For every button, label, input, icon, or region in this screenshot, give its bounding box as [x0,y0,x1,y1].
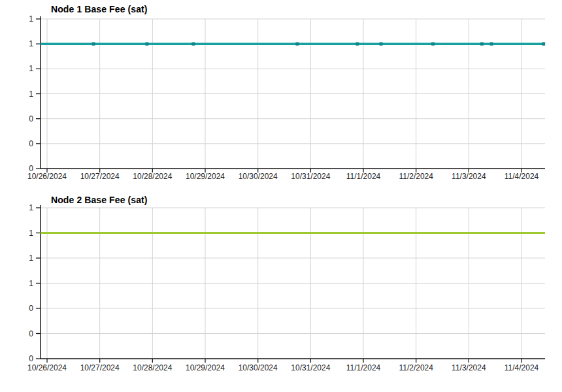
y-tick-label: 0 [29,139,33,148]
x-tick-label: 11/2/2024 [399,363,433,372]
x-tick-label: 10/31/2024 [291,363,330,372]
base-fee-charts-page: Node 1 Base Fee (sat) 111100010/26/20241… [0,0,562,392]
y-tick-label: 1 [29,279,33,288]
data-point-marker [92,42,95,46]
y-tick-label: 1 [29,39,33,48]
y-tick-label: 1 [29,90,33,99]
x-tick-label: 10/27/2024 [80,172,120,181]
x-tick-label: 10/29/2024 [186,172,225,181]
x-tick-label: 11/1/2024 [346,363,381,372]
x-tick-label: 11/4/2024 [504,363,539,372]
data-point-marker [380,42,383,46]
data-point-marker [191,42,195,46]
x-tick-label: 10/27/2024 [80,363,120,372]
data-point-marker [490,42,493,46]
node2-plot-canvas: 111100010/26/202410/27/202410/28/202410/… [0,193,562,392]
x-tick-label: 10/30/2024 [239,363,278,372]
x-tick-label: 10/26/2024 [27,363,67,372]
node1-base-fee-chart: Node 1 Base Fee (sat) 111100010/26/20241… [0,0,562,193]
x-tick-label: 11/1/2024 [346,172,381,181]
x-tick-label: 10/29/2024 [186,363,225,372]
y-tick-label: 1 [29,229,33,238]
x-tick-label: 11/2/2024 [399,172,433,181]
data-point-marker [295,42,299,46]
x-tick-label: 10/31/2024 [291,172,330,181]
y-tick-label: 0 [29,329,33,338]
y-tick-label: 1 [29,253,33,263]
y-tick-label: 1 [29,203,33,212]
data-point-marker [145,42,148,46]
x-tick-label: 11/3/2024 [452,363,486,372]
x-tick-label: 11/3/2024 [452,172,486,181]
x-tick-label: 10/30/2024 [239,172,278,181]
y-tick-label: 0 [29,114,33,123]
x-tick-label: 10/28/2024 [133,363,172,372]
node1-plot-canvas: 111100010/26/202410/27/202410/28/202410/… [0,0,562,193]
node2-base-fee-chart: Node 2 Base Fee (sat) 111100010/26/20241… [0,193,562,392]
x-tick-label: 10/28/2024 [133,172,172,181]
data-point-marker [480,42,484,46]
y-tick-label: 0 [29,304,33,313]
x-tick-label: 10/26/2024 [27,172,67,181]
x-tick-label: 11/4/2024 [504,172,539,181]
data-point-marker [542,42,545,46]
data-point-marker [355,42,359,46]
y-tick-label: 1 [29,64,33,73]
y-tick-label: 1 [29,14,33,24]
data-point-marker [431,42,435,46]
y-tick-label: 0 [29,354,33,363]
